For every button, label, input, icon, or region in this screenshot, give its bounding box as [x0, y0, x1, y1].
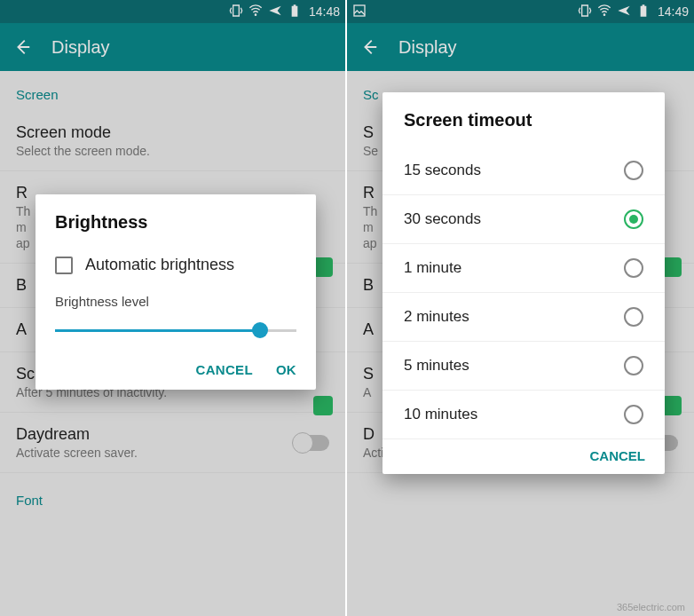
auto-brightness-label: Automatic brightness [85, 256, 234, 274]
slider-thumb[interactable] [252, 322, 268, 338]
timeout-option[interactable]: 5 minutes [382, 342, 665, 391]
brightness-dialog: Brightness Automatic brightness Brightne… [35, 194, 316, 390]
dialog-actions: CANCEL [382, 439, 665, 465]
slider-track-fill [55, 329, 260, 332]
auto-brightness-checkbox[interactable] [55, 257, 73, 274]
brightness-level-label: Brightness level [55, 294, 296, 309]
timeout-option[interactable]: 10 minutes [382, 391, 665, 439]
timeout-option-label: 10 minutes [404, 406, 477, 423]
timeout-option-label: 5 minutes [404, 357, 469, 375]
radio-icon[interactable] [624, 161, 643, 180]
phone-right: 14:49 Display Sc S Se R Th m ap B [347, 0, 694, 616]
ok-button[interactable]: OK [276, 362, 296, 377]
timeout-option-label: 2 minutes [404, 308, 469, 326]
cancel-button[interactable]: CANCEL [196, 362, 253, 377]
auto-brightness-row[interactable]: Automatic brightness [55, 256, 296, 274]
watermark: 365electric.com [617, 602, 685, 612]
timeout-option[interactable]: 15 seconds [382, 146, 665, 195]
timeout-option[interactable]: 30 seconds [382, 195, 665, 244]
screen-timeout-dialog: Screen timeout 15 seconds 30 seconds 1 m… [382, 92, 665, 474]
brightness-slider[interactable] [55, 321, 296, 339]
timeout-option[interactable]: 2 minutes [382, 293, 665, 342]
dialog-actions: CANCEL OK [55, 362, 296, 377]
radio-icon[interactable] [624, 405, 643, 424]
timeout-option-label: 15 seconds [404, 162, 481, 179]
timeout-option-label: 1 minute [404, 259, 461, 277]
radio-icon[interactable] [624, 209, 643, 229]
dialog-title: Screen timeout [382, 110, 665, 139]
cancel-button[interactable]: CANCEL [590, 448, 646, 463]
radio-icon[interactable] [624, 258, 643, 278]
radio-icon[interactable] [624, 356, 643, 375]
phone-left: 14:48 Display Screen Screen mode Select … [0, 0, 347, 616]
timeout-option[interactable]: 1 minute [382, 244, 665, 293]
dialog-title: Brightness [55, 212, 296, 233]
radio-icon[interactable] [624, 307, 643, 327]
screenshot-pair: 14:48 Display Screen Screen mode Select … [0, 0, 694, 616]
timeout-option-label: 30 seconds [404, 210, 481, 228]
